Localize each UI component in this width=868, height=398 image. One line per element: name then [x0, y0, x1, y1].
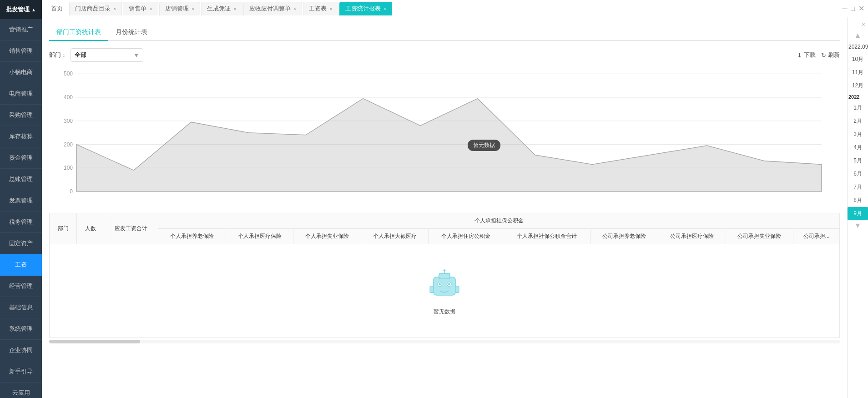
th-group: 个人承担社保公积金	[158, 213, 840, 229]
tab-label: 门店商品目录	[75, 5, 111, 13]
svg-rect-22	[455, 286, 459, 292]
empty-icon	[426, 266, 463, 302]
tab-home[interactable]: 首页	[45, 2, 68, 15]
toolbar: 部门： 全部 ▼ ⬇ 下载 ↻ 刷新	[49, 48, 840, 62]
svg-point-20	[448, 283, 450, 286]
download-icon: ⬇	[797, 52, 802, 59]
tab-close-icon[interactable]: ×	[329, 6, 332, 11]
th-col: 个人承担养老保险	[158, 229, 226, 244]
sidebar-item-经营管理[interactable]: 经营管理	[0, 276, 42, 297]
timeline-panel: × ▲ 2022.0910月11月12月20221月2月3月4月5月6月7月8月…	[847, 17, 868, 398]
tab-label: 应收应付调整单	[249, 5, 291, 13]
th-col: 公司承担...	[793, 229, 840, 244]
tab-close-icon[interactable]: ×	[113, 6, 116, 11]
tab-应收应付调整单[interactable]: 应收应付调整单×	[243, 2, 302, 15]
sidebar-item-税务管理[interactable]: 税务管理	[0, 212, 42, 233]
sidebar-item-固定资产[interactable]: 固定资产	[0, 233, 42, 254]
chart-tooltip: 暂无数据	[468, 140, 500, 151]
th-col: 个人承担社保公积金合计	[503, 229, 590, 244]
timeline-close-button[interactable]: ×	[860, 19, 867, 30]
sub-tabs: 部门工资统计表月份统计表	[49, 25, 840, 41]
tab-label: 销售单	[129, 5, 146, 13]
timeline-month-5月[interactable]: 5月	[848, 154, 868, 167]
content-area: 部门工资统计表月份统计表 部门： 全部 ▼ ⬇ 下载 ↻	[42, 17, 868, 398]
sub-tab-部门工资统计表[interactable]: 部门工资统计表	[49, 25, 108, 41]
dept-select[interactable]: 全部 ▼	[71, 48, 143, 62]
svg-text:400: 400	[64, 94, 73, 101]
horizontal-scrollbar[interactable]	[49, 340, 140, 343]
tab-close-icon[interactable]: ×	[192, 6, 194, 11]
sidebar-item-工资[interactable]: 工资	[0, 254, 42, 276]
sidebar-item-小畅电商[interactable]: 小畅电商	[0, 62, 42, 83]
timeline-month-2月[interactable]: 2月	[848, 115, 868, 128]
sidebar-item-采购管理[interactable]: 采购管理	[0, 105, 42, 126]
timeline-month-12月[interactable]: 12月	[848, 79, 868, 92]
tab-店铺管理[interactable]: 店铺管理×	[159, 2, 200, 15]
sidebar-item-营销推广[interactable]: 营销推广	[0, 19, 42, 40]
refresh-button[interactable]: ↻ 刷新	[821, 51, 840, 59]
tab-close-icon[interactable]: ×	[384, 6, 386, 11]
tab-close-icon[interactable]: ×	[293, 6, 296, 11]
tab-生成凭证[interactable]: 生成凭证×	[201, 2, 242, 15]
svg-rect-21	[430, 286, 434, 292]
tab-label: 工资统计报表	[345, 5, 381, 13]
data-table: 部门 人数 应发工资合计 个人承担社保公积金 个人承担养老保险个人承担医疗保险个…	[49, 213, 840, 338]
th-dept: 部门	[50, 213, 77, 244]
empty-state: 暂无数据	[55, 248, 834, 334]
th-col: 个人承担失业保险	[293, 229, 361, 244]
sub-tab-月份统计表[interactable]: 月份统计表	[108, 25, 155, 41]
download-button[interactable]: ⬇ 下载	[797, 51, 816, 59]
timeline-month-1月[interactable]: 1月	[848, 101, 868, 115]
window-close[interactable]: ✕	[858, 4, 864, 13]
action-buttons: ⬇ 下载 ↻ 刷新	[797, 51, 840, 59]
tab-label: 工资表	[309, 5, 327, 13]
timeline-month-2022.09[interactable]: 2022.09	[848, 41, 868, 53]
table-empty-row: 暂无数据	[50, 244, 840, 338]
sidebar-item-基础信息[interactable]: 基础信息	[0, 297, 42, 318]
th-headcount: 人数	[77, 213, 104, 244]
sidebar-item-企业协同[interactable]: 企业协同	[0, 340, 42, 361]
tab-工资表[interactable]: 工资表×	[303, 2, 338, 15]
th-col: 公司承担医疗保险	[658, 229, 726, 244]
main-area: 首页门店商品目录×销售单×店铺管理×生成凭证×应收应付调整单×工资表×工资统计报…	[42, 0, 868, 398]
timeline-month-3月[interactable]: 3月	[848, 128, 868, 141]
th-col: 公司承担养老保险	[590, 229, 658, 244]
tab-close-icon[interactable]: ×	[149, 6, 152, 11]
tab-销售单[interactable]: 销售单×	[123, 2, 158, 15]
sidebar-item-系统管理[interactable]: 系统管理	[0, 318, 42, 340]
sidebar-item-库存核算[interactable]: 库存核算	[0, 126, 42, 147]
table-scroll-container[interactable]: 部门 人数 应发工资合计 个人承担社保公积金 个人承担养老保险个人承担医疗保险个…	[49, 213, 840, 338]
tab-label: 店铺管理	[165, 5, 189, 13]
timeline-month-11月[interactable]: 11月	[848, 66, 868, 79]
chart-container: 5004003002001000 暂无数据	[49, 69, 840, 206]
timeline-month-10月[interactable]: 10月	[848, 53, 868, 66]
svg-rect-14	[439, 273, 450, 279]
sidebar-item-销售管理[interactable]: 销售管理	[0, 40, 42, 62]
th-col: 个人承担医疗保险	[226, 229, 293, 244]
tab-label: 生成凭证	[207, 5, 231, 13]
timeline-month-4月[interactable]: 4月	[848, 141, 868, 154]
dept-filter-label: 部门：	[49, 51, 67, 59]
timeline-month-6月[interactable]: 6月	[848, 167, 868, 181]
timeline-month-9月[interactable]: 9月	[848, 207, 868, 220]
tab-工资统计报表[interactable]: 工资统计报表×	[339, 2, 392, 15]
dept-select-value: 全部	[75, 51, 86, 59]
refresh-label: 刷新	[828, 51, 840, 59]
chevron-down-icon: ▼	[133, 52, 139, 59]
sidebar-item-云应用[interactable]: 云应用	[0, 383, 42, 398]
timeline-month-8月[interactable]: 8月	[848, 194, 868, 207]
sidebar-header[interactable]: 批发管理 ▲	[0, 0, 42, 19]
timeline-up-nav[interactable]: ▲	[853, 30, 863, 41]
svg-text:0: 0	[70, 188, 73, 195]
tab-门店商品目录[interactable]: 门店商品目录×	[69, 2, 122, 15]
sidebar-item-新手引导[interactable]: 新手引导	[0, 361, 42, 383]
window-minimize[interactable]: ─	[842, 5, 847, 13]
window-maximize[interactable]: □	[851, 5, 855, 12]
sidebar-item-电商管理[interactable]: 电商管理	[0, 83, 42, 105]
sidebar-item-发票管理[interactable]: 发票管理	[0, 190, 42, 212]
sidebar-item-总账管理[interactable]: 总账管理	[0, 169, 42, 190]
timeline-month-7月[interactable]: 7月	[848, 181, 868, 194]
timeline-down-nav[interactable]: ▼	[853, 220, 863, 231]
tab-close-icon[interactable]: ×	[233, 6, 236, 11]
sidebar-item-资金管理[interactable]: 资金管理	[0, 147, 42, 169]
